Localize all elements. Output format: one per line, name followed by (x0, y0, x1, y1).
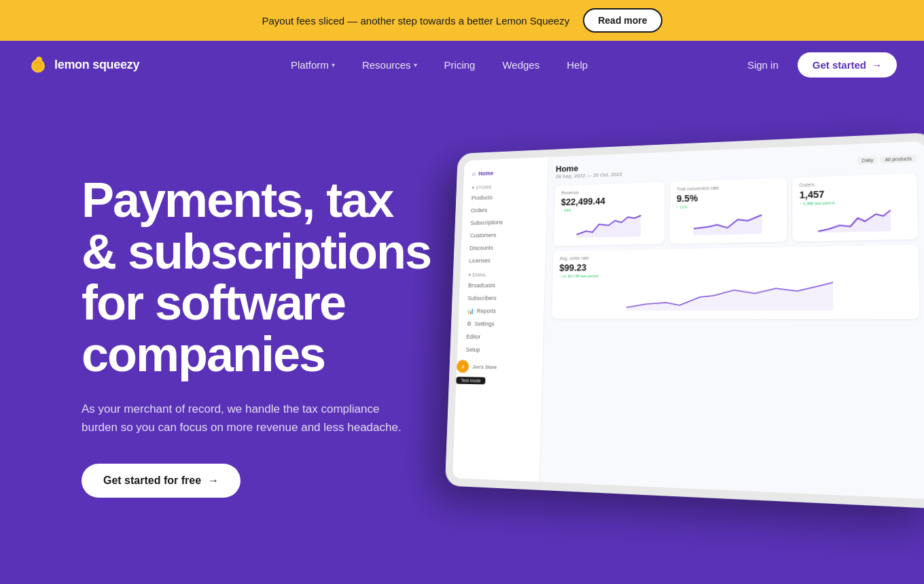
store-avatar: J (457, 360, 469, 373)
metrics-grid: Revenue $22,499.44 ↑ 16% Trial conversi (554, 173, 918, 245)
nav-links: Platform ▾ Resources ▾ Pricing Wedges He… (280, 54, 599, 76)
sidebar-item-licenses: Licenses (461, 253, 546, 267)
hero-arrow-icon: → (208, 475, 219, 487)
conversion-card: Trial conversion rate 9.5% ↑ 11% (669, 177, 787, 243)
conversion-chart (676, 206, 780, 235)
logo[interactable]: lemon squeezy (27, 54, 139, 75)
reports-icon: 📊 (467, 307, 474, 313)
sidebar-item-subscriptions: Subscriptions (462, 214, 546, 229)
store-name: Jon's Store (472, 363, 497, 369)
logo-text: lemon squeezy (54, 58, 139, 72)
dashboard-sidebar: ⌂ Home ▾ Store Products Orders Subscript… (452, 157, 548, 482)
tablet-frame: ⌂ Home ▾ Store Products Orders Subscript… (445, 132, 924, 509)
orders-chart (800, 203, 910, 233)
svg-point-1 (33, 61, 43, 71)
hero-title: Payments, tax & subscriptions for softwa… (82, 175, 431, 380)
sidebar-group-email: ▾ Email (460, 266, 545, 279)
announcement-cta-button[interactable]: Read more (583, 8, 662, 33)
test-mode-badge: Test mode (456, 377, 486, 384)
hero-content: Payments, tax & subscriptions for softwa… (82, 175, 431, 498)
all-products-control: All products (881, 154, 917, 162)
orders-card: Orders 1,457 ↑ 1,398 last period (792, 173, 918, 241)
nav-actions: Sign in Get started → (739, 52, 897, 78)
avg-order-chart (558, 274, 912, 310)
store-badge: J Jon's Store (457, 360, 543, 374)
conversion-value: 9.5% (677, 190, 780, 203)
orders-value: 1,457 (800, 186, 910, 200)
resources-chevron-icon: ▾ (414, 61, 417, 69)
nav-item-pricing[interactable]: Pricing (433, 54, 486, 76)
avg-order-card: Avg. order rate $99.23 ↑ vs. $57.88 last… (552, 245, 919, 319)
get-started-nav-button[interactable]: Get started → (798, 52, 897, 78)
conversion-label: Trial conversion rate (677, 183, 780, 191)
signin-button[interactable]: Sign in (739, 54, 787, 76)
hero-dashboard-image: ⌂ Home ▾ Store Products Orders Subscript… (435, 139, 924, 534)
revenue-label: Revenue (561, 187, 658, 194)
hero-cta-button[interactable]: Get started for free → (82, 464, 241, 498)
dashboard-controls: Daily All products (857, 154, 917, 163)
announcement-text: Payout fees sliced — another step toward… (262, 15, 569, 27)
sidebar-item-broadcasts: Broadcasts (459, 278, 544, 292)
platform-chevron-icon: ▾ (332, 61, 335, 69)
settings-icon: ⚙ (467, 320, 472, 326)
navbar: lemon squeezy Platform ▾ Resources ▾ Pri… (0, 41, 924, 88)
announcement-bar: Payout fees sliced — another step toward… (0, 0, 924, 41)
home-icon: ⌂ (472, 171, 476, 177)
nav-item-resources[interactable]: Resources ▾ (351, 54, 428, 76)
tablet-screen: ⌂ Home ▾ Store Products Orders Subscript… (452, 141, 924, 499)
nav-item-platform[interactable]: Platform ▾ (280, 54, 346, 76)
nav-item-wedges[interactable]: Wedges (491, 54, 550, 76)
hero-subtitle: As your merchant of record, we handle th… (82, 400, 408, 436)
sidebar-item-customers: Customers (461, 227, 546, 241)
hero-section: Payments, tax & subscriptions for softwa… (0, 88, 924, 584)
sidebar-item-reports: 📊 Reports (459, 304, 544, 317)
sidebar-item-subscribers: Subscribers (459, 291, 545, 305)
revenue-value: $22,499.44 (561, 194, 658, 207)
revenue-card: Revenue $22,499.44 ↑ 16% (554, 182, 665, 245)
sidebar-item-settings: ⚙ Settings (458, 317, 544, 330)
sidebar-item-editor: Editor (458, 330, 544, 343)
sidebar-item-setup: Setup (457, 343, 543, 356)
revenue-chart (560, 209, 658, 238)
dashboard-main: Home 28 Sep, 2022 — 26 Oct, 2022 Daily A… (540, 141, 924, 499)
nav-item-help[interactable]: Help (556, 54, 599, 76)
logo-icon (27, 54, 49, 75)
arrow-icon: → (872, 59, 882, 71)
sidebar-item-discounts: Discounts (461, 240, 546, 254)
daily-control: Daily (857, 156, 878, 164)
